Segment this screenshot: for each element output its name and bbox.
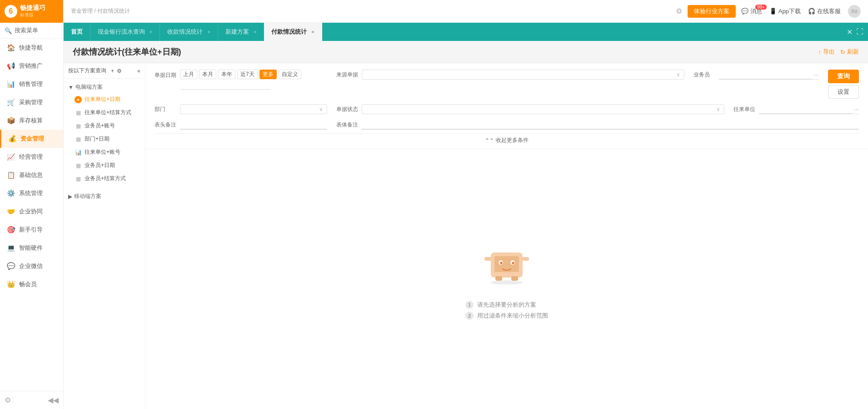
sidebar-item-sales[interactable]: 📊 销售管理 [0, 75, 63, 93]
dept-select[interactable]: ∨ [180, 104, 327, 114]
scheme-item-unit-date[interactable]: ● 往来单位+日期 [64, 93, 145, 106]
scheme-item-icon: ▦ [75, 175, 82, 182]
source-select[interactable]: ∨ [362, 70, 684, 80]
date-btn-more[interactable]: 更多 [259, 70, 277, 79]
tab-close-icon[interactable]: × [311, 29, 314, 35]
sidebar-item-guide[interactable]: 🎯 新手引导 [0, 221, 63, 239]
svg-rect-1 [494, 256, 519, 272]
scheme-item-icon: ▦ [75, 136, 82, 143]
date-btn-this-year[interactable]: 本年 [218, 70, 235, 79]
message-action[interactable]: 💬 消息 99+ [741, 7, 762, 15]
svg-rect-6 [495, 276, 502, 281]
sidebar-item-system[interactable]: ⚙️ 系统管理 [0, 184, 63, 202]
scheme-item-unit-payment[interactable]: ▦ 往来单位+结算方式 [64, 106, 145, 119]
group-arrow-icon: ▶ [68, 193, 72, 200]
sidebar-item-enterprise[interactable]: 🤝 企业协同 [0, 202, 63, 221]
scheme-item-unit-account[interactable]: 📊 往来单位+账号 [64, 146, 145, 159]
sidebar-item-wechat[interactable]: 💬 企业微信 [0, 257, 63, 275]
date-btn-custom[interactable]: 自定义 [279, 70, 301, 79]
staff-label: 业务员 [693, 71, 715, 79]
sidebar: 6 畅捷通巧 标准版 🔍 搜索菜单 🏠 快捷导航 📢 营销推广 📊 销售管理 🛒… [0, 0, 64, 409]
tab-receipts[interactable]: 收款情况统计 × [160, 23, 218, 41]
status-label: 单据状态 [336, 106, 358, 113]
topbar-actions: 💬 消息 99+ 📱 App下载 🎧 在线客服 Rit [741, 5, 861, 18]
sidebar-item-quick-nav[interactable]: 🏠 快捷导航 [0, 39, 63, 57]
finance-icon: 💰 [8, 134, 17, 143]
operations-icon: 📈 [6, 152, 15, 162]
sidebar-item-purchase[interactable]: 🛒 采购管理 [0, 93, 63, 111]
topbar-settings-icon[interactable]: ⚙ [676, 7, 682, 15]
app-download-action[interactable]: 📱 App下载 [769, 7, 801, 15]
scheme-item-staff-date[interactable]: ▦ 业务员+日期 [64, 159, 145, 172]
sidebar-footer: ⚙ ◀◀ [0, 391, 63, 409]
tab-payment-stats[interactable]: 付款情况统计 × [264, 23, 322, 41]
scheme-item-staff-account[interactable]: ▦ 业务员+账号 [64, 119, 145, 132]
chevron-down-icon: ∨ [319, 106, 323, 112]
tab-close-all-icon[interactable]: ✕ [847, 28, 853, 36]
online-service-action[interactable]: 🎧 在线客服 [808, 7, 841, 15]
svg-rect-8 [484, 257, 492, 261]
date-btn-7days[interactable]: 近7天 [237, 70, 258, 79]
filter-row-3: 表头备注 表体备注 [155, 120, 859, 130]
trial-btn[interactable]: 体验行业方案 [688, 5, 736, 18]
collapse-btn[interactable]: ⌃⌃ 收起更多条件 [485, 136, 529, 144]
tab-maximize-icon[interactable]: ⛶ [856, 28, 863, 36]
tab-cash-flow[interactable]: 现金银行流水查询 × [90, 23, 160, 41]
footer-collapse-icon[interactable]: ◀◀ [48, 396, 59, 404]
sidebar-item-marketing[interactable]: 📢 营销推广 [0, 57, 63, 75]
hardware-icon: 💻 [6, 243, 15, 252]
chevron-down-icon: ∨ [716, 106, 720, 112]
date-range-input[interactable]: 2022-01-01 至 2022-12-31 [180, 81, 271, 90]
sidebar-item-basic-info[interactable]: 📋 基础信息 [0, 166, 63, 184]
enterprise-icon: 🤝 [6, 207, 15, 216]
sidebar-item-inventory[interactable]: 📦 库存核算 [0, 111, 63, 130]
query-btn[interactable]: 查询 [828, 70, 859, 83]
app-download-label: App下载 [778, 7, 801, 15]
scheme-item-dept-date[interactable]: ▦ 部门+日期 [64, 132, 145, 146]
scheme-group-desktop: ▼ 电脑端方案 ● 往来单位+日期 ▦ 往来单位+结算方式 ▦ 业务员+账号 ▦ [64, 79, 145, 188]
export-btn[interactable]: ↑ 导出 [818, 48, 835, 56]
partner-dots-btn[interactable]: ··· [853, 106, 859, 113]
sidebar-item-label: 经营管理 [19, 153, 43, 161]
scheme-item-staff-payment[interactable]: ▦ 业务员+结算方式 [64, 172, 145, 185]
tab-home[interactable]: 首页 [64, 23, 90, 41]
scheme-add-btn[interactable]: + [111, 68, 114, 74]
message-badge: 99+ [755, 5, 767, 10]
scheme-settings-btn[interactable]: ⚙ [117, 68, 122, 74]
scheme-collapse-btn[interactable]: « [137, 68, 140, 74]
tab-new-scheme[interactable]: 新建方案 × [218, 23, 264, 41]
status-select[interactable]: ∨ [362, 104, 724, 114]
sidebar-item-operations[interactable]: 📈 经营管理 [0, 148, 63, 166]
staff-input[interactable] [719, 70, 812, 79]
set-btn[interactable]: 设置 [828, 85, 859, 99]
sidebar-item-label: 销售管理 [19, 80, 43, 88]
table-body-label: 表体备注 [336, 121, 358, 129]
empty-tip-1: 1 请先选择要分析的方案 [465, 301, 548, 309]
scheme-group-mobile-title[interactable]: ▶ 移动端方案 [64, 191, 145, 202]
table-header-input[interactable] [180, 120, 327, 129]
scheme-group-mobile: ▶ 移动端方案 [64, 188, 145, 205]
tab-close-icon[interactable]: × [254, 29, 256, 35]
partner-input[interactable] [759, 104, 852, 114]
user-avatar[interactable]: Rit [848, 5, 861, 18]
staff-dots-btn[interactable]: ··· [813, 71, 819, 78]
service-icon: 🎧 [808, 8, 815, 15]
sidebar-item-hardware[interactable]: 💻 智能硬件 [0, 239, 63, 257]
empty-state: 1 请先选择要分析的方案 2 用过滤条件来缩小分析范围 [145, 149, 868, 409]
app-logo-icon: 6 [5, 5, 17, 18]
search-menu[interactable]: 🔍 搜索菜单 [0, 23, 63, 39]
page-header-actions: ↑ 导出 ↻ 刷新 [818, 48, 859, 56]
table-body-input[interactable] [362, 120, 859, 129]
refresh-btn[interactable]: ↻ 刷新 [840, 48, 859, 56]
date-btn-last-month[interactable]: 上月 [180, 70, 197, 79]
scheme-item-icon: ▦ [75, 122, 82, 130]
tab-close-icon[interactable]: × [150, 29, 152, 35]
sidebar-item-finance[interactable]: 💰 资金管理 [0, 130, 63, 148]
sidebar-item-member[interactable]: 👑 畅会员 [0, 275, 63, 293]
date-btn-this-month[interactable]: 本月 [199, 70, 216, 79]
scheme-group-desktop-title[interactable]: ▼ 电脑端方案 [64, 81, 145, 93]
footer-settings-icon[interactable]: ⚙ [5, 396, 11, 404]
tab-close-icon[interactable]: × [207, 29, 210, 35]
refresh-label: 刷新 [847, 48, 859, 56]
sidebar-item-label: 基础信息 [19, 171, 43, 179]
